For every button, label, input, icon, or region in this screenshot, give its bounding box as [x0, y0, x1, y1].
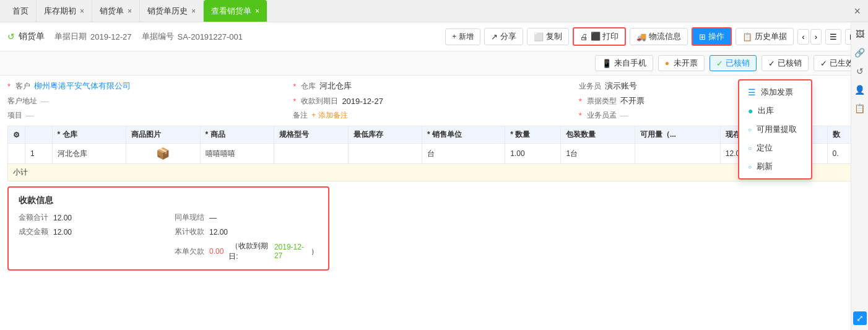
operation-icon: ⊞ [699, 32, 706, 41]
tab-sales-history-label: 销货单历史 [147, 6, 188, 17]
refresh-icon: ○ [748, 163, 752, 170]
row-min-stock [348, 144, 422, 164]
add-note-button[interactable]: + 添加备注 [311, 110, 347, 121]
add-invoice-icon: ☰ [748, 87, 756, 97]
new-button[interactable]: + 新增 [445, 28, 480, 45]
tab-sales-history-close[interactable]: × [191, 7, 196, 15]
col-image: 商品图片 [126, 126, 201, 144]
dropdown-locate[interactable]: ○ 定位 [739, 139, 811, 157]
address-value: — [41, 97, 49, 106]
salesperson-required: * [579, 111, 582, 120]
operation-button[interactable]: ⊞ 操作 [692, 27, 732, 46]
total-received-value: 12.00 [209, 228, 228, 237]
history-button[interactable]: 📋 历史单据 [736, 28, 794, 45]
tab-view-sales[interactable]: 查看销货单 × [204, 0, 267, 22]
warehouse-label: 仓库 [301, 81, 316, 92]
not-open-button[interactable]: 未开票 [658, 55, 705, 71]
doc-number-label: 单据编号 [142, 31, 174, 42]
dropdown-refresh[interactable]: ○ 刷新 [739, 157, 811, 176]
sidebar-link-icon[interactable]: 🔗 [853, 46, 867, 59]
row-qty: 1.00 [505, 144, 561, 164]
tab-sales-label: 销货单 [100, 6, 124, 17]
logistics-button[interactable]: 🚚 物流信息 [630, 28, 688, 45]
dropdown-available-extract[interactable]: ○ 可用量提取 [739, 120, 811, 139]
col-product: * 商品 [200, 126, 274, 144]
tab-inventory-close[interactable]: × [80, 7, 84, 15]
prev-button[interactable]: ‹ [797, 29, 809, 45]
row-warehouse: 河北仓库 [52, 144, 126, 164]
col-available: 可用量（... [635, 126, 720, 144]
doc-date-label: 单据日期 [54, 31, 87, 42]
logistics-icon: 🚚 [636, 32, 646, 41]
address-field: 客户地址 — [7, 95, 289, 106]
share-button[interactable]: ↗ 分享 [484, 28, 523, 45]
sidebar-expand-icon[interactable]: ⤢ [853, 311, 867, 325]
total-received-label: 累计收款 [175, 227, 204, 237]
due-date-field: * 收款到期日 2019-12-27 [293, 95, 575, 106]
dropdown-add-invoice[interactable]: ☰ 添加发票 [739, 83, 811, 102]
sold-icon: ✓ [768, 59, 775, 68]
next-button[interactable]: › [810, 29, 822, 45]
tab-inventory-open[interactable]: 库存期初 × [37, 0, 92, 22]
view1-button[interactable]: ☰ [825, 29, 841, 45]
col-pack-qty: 包装数量 [561, 126, 635, 144]
row-spec [274, 144, 349, 164]
due-date-required: * [293, 97, 296, 106]
invoice-field: * 票据类型 不开票 [579, 95, 861, 106]
settlement-row: 同单现结 — [175, 212, 318, 223]
effect-icon: ✓ [820, 59, 827, 68]
deal-amount-row: 成交金额 12.00 [19, 227, 162, 237]
balance-value: 0.00 [209, 247, 224, 256]
tab-sales-history[interactable]: 销货单历史 × [140, 0, 204, 22]
due-date-label: 收款到期日 [301, 96, 338, 106]
tab-sales-close[interactable]: × [128, 7, 132, 15]
note-field: 备注 + 添加备注 [293, 110, 575, 121]
sidebar-image-icon[interactable]: 🖼 [853, 27, 867, 41]
col-settings: ⚙ [8, 126, 25, 144]
due-note: （收款到期日: [228, 241, 269, 262]
balance-row: 本单欠款 0.00 （收款到期日: 2019-12-27 ） [175, 241, 318, 262]
customer-field: * 客户 柳州粤港平安气体有限公司 [7, 80, 289, 92]
right-sidebar: 🖼 🔗 ↺ 👤 📋 ⤢ [851, 22, 868, 330]
payment-title: 收款信息 [19, 195, 318, 206]
window-close-button[interactable]: × [854, 4, 861, 17]
staff-value: 演示账号 [605, 80, 637, 92]
history-icon: 📋 [742, 32, 752, 41]
print-icon: 🖨 [580, 32, 588, 41]
confirm-button[interactable]: ✓ 已核销 [710, 55, 757, 71]
sold-button[interactable]: ✓ 已核销 [762, 55, 809, 71]
salesperson-field: * 业务员孟 — [579, 110, 861, 121]
row-settings [8, 144, 25, 164]
copy-button[interactable]: ⬜ 复制 [527, 28, 569, 45]
project-value: — [26, 111, 34, 120]
tab-bar: 首页 库存期初 × 销货单 × 销货单历史 × 查看销货单 × × [0, 0, 868, 22]
doc-meta: 单据日期 2019-12-27 单据编号 SA-20191227-001 [54, 31, 445, 42]
tab-sales-order[interactable]: 销货单 × [92, 0, 140, 22]
refresh-label: 刷新 [757, 161, 773, 172]
sidebar-clipboard-icon[interactable]: 📋 [853, 102, 867, 115]
salesperson-label: 业务员孟 [587, 110, 617, 121]
customer-value[interactable]: 柳州粤港平安气体有限公司 [34, 80, 131, 92]
sidebar-refresh-icon[interactable]: ↺ [853, 64, 867, 78]
col-spec: 规格型号 [274, 126, 349, 144]
mobile-button[interactable]: 📱 来自手机 [595, 55, 653, 71]
total-amount-row: 金额合计 12.00 [19, 212, 162, 223]
available-extract-label: 可用量提取 [757, 124, 797, 135]
sidebar-user-icon[interactable]: 👤 [853, 83, 867, 97]
row-image: 📦 [126, 144, 201, 164]
check-icon: ✓ [716, 59, 723, 68]
col-qty: * 数量 [505, 126, 561, 144]
settlement-label: 同单现结 [175, 212, 204, 223]
tab-view-sales-close[interactable]: × [255, 7, 259, 15]
total-amount-value: 12.00 [53, 214, 72, 222]
available-extract-icon: ○ [748, 126, 752, 133]
dropdown-outbound[interactable]: ● 出库 [739, 102, 811, 120]
tab-home[interactable]: 首页 [5, 0, 37, 22]
settlement-value: — [209, 214, 217, 222]
print-button[interactable]: 🖨 ⬛ 打印 [573, 27, 627, 46]
note-label: 备注 [293, 110, 308, 121]
project-field: 项目 — [7, 110, 289, 121]
row-product: 嘻嘻嘻嘻 [200, 144, 274, 164]
row-unit: 台 [422, 144, 505, 164]
deal-amount-value: 12.00 [53, 228, 72, 237]
